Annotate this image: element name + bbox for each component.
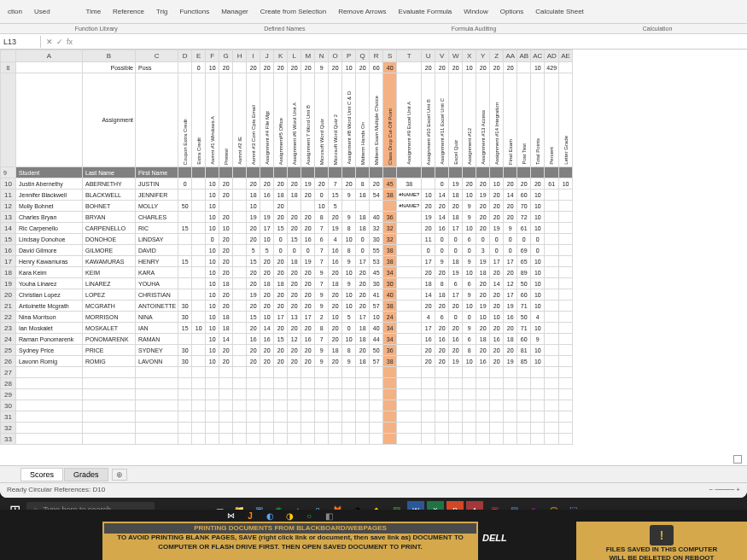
cell[interactable]	[449, 400, 463, 411]
data-cell[interactable]: 9	[463, 212, 476, 223]
data-cell[interactable]: 18	[288, 256, 301, 267]
data-cell[interactable]	[178, 334, 192, 345]
row-header[interactable]	[1, 73, 16, 167]
cell[interactable]	[559, 434, 573, 445]
data-cell[interactable]: 30	[178, 356, 192, 367]
row-header[interactable]: 26	[1, 356, 16, 367]
data-cell[interactable]: 0	[342, 323, 356, 334]
data-cell[interactable]	[545, 256, 559, 267]
cell[interactable]	[315, 367, 329, 378]
data-cell[interactable]: 20	[247, 356, 260, 367]
assignment-header[interactable]: Excel Quiz	[449, 73, 463, 167]
data-cell[interactable]: 16	[301, 234, 315, 245]
cell[interactable]: 20	[356, 62, 370, 73]
data-cell[interactable]: 20	[247, 345, 260, 356]
data-cell[interactable]: 20	[476, 278, 490, 289]
cell[interactable]	[545, 423, 559, 434]
cell[interactable]	[370, 400, 383, 411]
data-cell[interactable]: 10	[206, 223, 219, 234]
data-cell[interactable]: 10	[463, 356, 476, 367]
assignment-header[interactable]: Assignment #12	[463, 73, 476, 167]
data-cell[interactable]: 6	[315, 234, 329, 245]
row-header[interactable]: 17	[1, 256, 16, 267]
data-cell[interactable]: 20	[435, 300, 449, 312]
data-cell[interactable]	[233, 323, 247, 334]
lastname-cell[interactable]: LINAREZ	[83, 278, 136, 289]
cell[interactable]	[288, 400, 301, 411]
data-cell[interactable]: 16	[449, 334, 463, 345]
data-cell[interactable]: 10	[260, 234, 274, 245]
header-cell[interactable]	[435, 167, 449, 178]
column-header[interactable]: AE	[559, 50, 573, 62]
data-cell[interactable]: 10	[531, 223, 545, 234]
cell[interactable]	[219, 378, 233, 389]
data-cell[interactable]: 15	[247, 312, 260, 323]
cell[interactable]	[16, 423, 83, 434]
cell[interactable]	[383, 378, 397, 389]
data-cell[interactable]: 20	[288, 267, 301, 278]
cell[interactable]	[192, 400, 206, 411]
data-cell[interactable]: 20	[476, 323, 490, 334]
data-cell[interactable]	[422, 178, 435, 190]
data-cell[interactable]: 18	[219, 312, 233, 323]
data-cell[interactable]: 20	[422, 345, 435, 356]
data-cell[interactable]: 20	[219, 267, 233, 278]
data-cell[interactable]: 10	[260, 312, 274, 323]
lastname-cell[interactable]: MOSKALET	[83, 323, 136, 334]
data-cell[interactable]: 0	[463, 312, 476, 323]
cell[interactable]: 20	[288, 62, 301, 73]
data-cell[interactable]: 8	[315, 323, 329, 334]
cell[interactable]	[178, 378, 192, 389]
data-cell[interactable]: 16	[301, 334, 315, 345]
data-cell[interactable]: 10	[206, 256, 219, 267]
data-cell[interactable]: 8	[463, 345, 476, 356]
data-cell[interactable]: 18	[356, 212, 370, 223]
data-cell[interactable]	[559, 312, 573, 323]
data-cell[interactable]	[192, 223, 206, 234]
data-cell[interactable]: 18	[247, 190, 260, 201]
data-cell[interactable]: 32	[370, 223, 383, 234]
column-header[interactable]: U	[422, 50, 435, 62]
data-cell[interactable]: 10	[559, 178, 573, 190]
data-cell[interactable]: 10	[342, 289, 356, 300]
cell[interactable]	[136, 378, 178, 389]
data-cell[interactable]: 24	[383, 312, 397, 323]
firstname-cell[interactable]: SYDNEY	[136, 345, 178, 356]
student-cell[interactable]: Justin Abernethy	[16, 178, 83, 190]
cell[interactable]: 20	[274, 62, 288, 73]
header-cell[interactable]	[274, 167, 288, 178]
data-cell[interactable]: 20	[247, 223, 260, 234]
data-cell[interactable]: 20	[490, 356, 504, 367]
data-cell[interactable]: 81	[517, 345, 531, 356]
data-cell[interactable]: 20	[531, 178, 545, 190]
cell[interactable]	[490, 411, 504, 423]
data-cell[interactable]: 10	[315, 201, 329, 212]
data-cell[interactable]: 20	[504, 178, 517, 190]
data-cell[interactable]	[545, 323, 559, 334]
column-header[interactable]: N	[315, 50, 329, 62]
data-cell[interactable]: 9	[463, 323, 476, 334]
data-cell[interactable]: 18	[504, 334, 517, 345]
column-header[interactable]: AB	[517, 50, 531, 62]
data-cell[interactable]: 30	[178, 345, 192, 356]
firstname-cell[interactable]: KARA	[136, 267, 178, 278]
student-cell[interactable]: Lavonn Romig	[16, 356, 83, 367]
data-cell[interactable]: 20	[260, 178, 274, 190]
cell[interactable]	[490, 434, 504, 445]
header-cell[interactable]	[422, 167, 435, 178]
data-cell[interactable]	[370, 201, 383, 212]
header-cell[interactable]	[301, 167, 315, 178]
column-header[interactable]: O	[329, 50, 342, 62]
cell[interactable]: 20	[422, 62, 435, 73]
header-cell[interactable]	[397, 167, 422, 178]
data-cell[interactable]: 0	[531, 234, 545, 245]
row-header[interactable]: 28	[1, 378, 16, 389]
fx-icon[interactable]: fx	[67, 38, 73, 46]
header-cell[interactable]	[517, 167, 531, 178]
cell[interactable]	[83, 389, 136, 400]
ribbon-item[interactable]: Create from Selection	[258, 7, 329, 16]
data-cell[interactable]: 20	[490, 289, 504, 300]
cell[interactable]	[192, 411, 206, 423]
header-student[interactable]: Student	[16, 167, 83, 178]
cell[interactable]: 429	[545, 62, 559, 73]
